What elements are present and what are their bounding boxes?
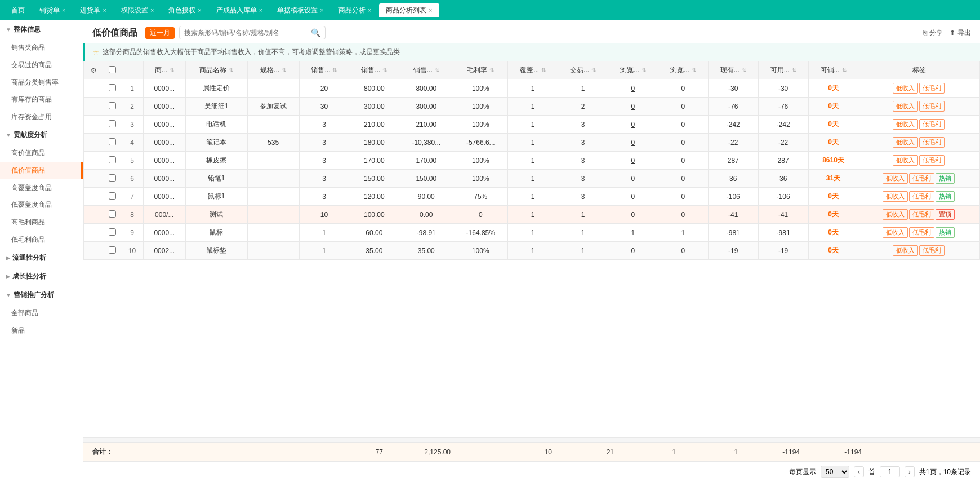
- scrollbar[interactable]: [83, 437, 980, 442]
- nav-close-permission[interactable]: ×: [150, 7, 154, 14]
- col-coverage[interactable]: 覆盖...⇅: [508, 61, 558, 79]
- cell-browse1[interactable]: 0: [608, 152, 658, 170]
- nav-close-sales[interactable]: ×: [62, 7, 65, 14]
- browse1-link[interactable]: 0: [631, 193, 635, 201]
- page-first-btn[interactable]: ‹: [854, 466, 864, 477]
- row-checkbox-4[interactable]: [109, 156, 116, 163]
- col-sales-qty[interactable]: 销售...⇅: [299, 61, 349, 79]
- col-settings[interactable]: ⚙: [84, 61, 104, 79]
- browse1-link[interactable]: 0: [631, 175, 635, 183]
- share-btn[interactable]: ⎘ 分享: [923, 28, 943, 38]
- sidebar-item-low-margin[interactable]: 低毛利商品: [0, 231, 83, 249]
- sidebar-group-overall[interactable]: ▼ 整体信息: [0, 20, 83, 39]
- browse1-link[interactable]: 0: [631, 211, 635, 219]
- browse1-link[interactable]: 0: [631, 103, 635, 110]
- nav-purchase[interactable]: 进货单 ×: [73, 3, 113, 17]
- nav-sales[interactable]: 销货单 ×: [33, 3, 72, 17]
- cell-checkbox[interactable]: [104, 170, 121, 188]
- search-icon[interactable]: 🔍: [311, 28, 320, 37]
- select-all-checkbox[interactable]: [109, 66, 116, 73]
- col-browse2[interactable]: 浏览...⇅: [658, 61, 708, 79]
- sidebar-item-low-coverage[interactable]: 低覆盖度商品: [0, 196, 83, 214]
- col-name[interactable]: 商品名称⇅: [185, 61, 247, 79]
- per-page-select[interactable]: 50 100: [821, 466, 849, 478]
- sidebar-group-growth[interactable]: ▶ 成长性分析: [0, 267, 83, 286]
- nav-product-analysis[interactable]: 商品分析 ×: [332, 3, 378, 17]
- cell-checkbox[interactable]: [104, 206, 121, 224]
- browse1-link[interactable]: 0: [631, 157, 635, 165]
- row-checkbox-1[interactable]: [109, 102, 116, 109]
- row-checkbox-2[interactable]: [109, 120, 116, 127]
- sidebar-item-sales-products[interactable]: 销售类商品: [0, 39, 83, 56]
- col-transaction[interactable]: 交易...⇅: [558, 61, 608, 79]
- sidebar-item-traded[interactable]: 交易过的商品: [0, 56, 83, 74]
- nav-permission[interactable]: 权限设置 ×: [114, 3, 161, 17]
- col-available[interactable]: 可用...⇅: [758, 61, 808, 79]
- cell-checkbox[interactable]: [104, 116, 121, 134]
- col-sales-price[interactable]: 销售...⇅: [349, 61, 399, 79]
- col-sellable[interactable]: 可销...⇅: [808, 61, 858, 79]
- cell-checkbox[interactable]: [104, 134, 121, 152]
- row-checkbox-0[interactable]: [109, 84, 116, 91]
- nav-home[interactable]: 首页: [5, 3, 32, 17]
- sidebar-item-stock-capital[interactable]: 库存资金占用: [0, 108, 83, 126]
- search-input[interactable]: [184, 29, 311, 37]
- sidebar-item-high-margin[interactable]: 高毛利商品: [0, 214, 83, 231]
- cell-checkbox[interactable]: [104, 98, 121, 116]
- cell-browse1[interactable]: 0: [608, 98, 658, 116]
- browse1-link[interactable]: 0: [631, 121, 635, 129]
- page-next-btn[interactable]: ›: [905, 466, 915, 477]
- col-checkbox[interactable]: [104, 61, 121, 79]
- col-browse1[interactable]: 浏览...⇅: [608, 61, 658, 79]
- cell-checkbox[interactable]: [104, 224, 121, 242]
- sidebar-item-stock-products[interactable]: 有库存的商品: [0, 91, 83, 108]
- nav-product-analysis-list[interactable]: 商品分析列表 ×: [379, 3, 439, 17]
- cell-browse1[interactable]: 0: [608, 79, 658, 98]
- cell-browse1[interactable]: 0: [608, 242, 658, 260]
- row-checkbox-9[interactable]: [109, 246, 116, 254]
- nav-close-template[interactable]: ×: [320, 7, 323, 14]
- col-sales-cost[interactable]: 销售...⇅: [399, 61, 453, 79]
- cell-checkbox[interactable]: [104, 188, 121, 206]
- sidebar-group-circulation[interactable]: ▶ 流通性分析: [0, 249, 83, 267]
- row-checkbox-8[interactable]: [109, 228, 116, 236]
- sidebar-item-high-value[interactable]: 高价值商品: [0, 144, 83, 162]
- cell-browse1[interactable]: 0: [608, 188, 658, 206]
- sidebar-group-marketing[interactable]: ▼ 营销推广分析: [0, 286, 83, 304]
- cell-checkbox[interactable]: [104, 79, 121, 98]
- time-filter-btn[interactable]: 近一月: [145, 27, 175, 39]
- col-current-stock[interactable]: 现有...⇅: [708, 61, 758, 79]
- cell-browse1[interactable]: 0: [608, 206, 658, 224]
- cell-checkbox[interactable]: [104, 152, 121, 170]
- sidebar-item-all-products[interactable]: 全部商品: [0, 304, 83, 322]
- sidebar-item-high-coverage[interactable]: 高覆盖度商品: [0, 179, 83, 197]
- nav-close-role[interactable]: ×: [198, 7, 201, 14]
- cell-browse1[interactable]: 1: [608, 224, 658, 242]
- sidebar-item-new-products[interactable]: 新品: [0, 322, 83, 339]
- cell-browse1[interactable]: 0: [608, 134, 658, 152]
- sidebar-item-category-sales[interactable]: 商品分类销售率: [0, 74, 83, 91]
- sidebar-item-low-value[interactable]: 低价值商品: [0, 162, 83, 179]
- row-checkbox-7[interactable]: [109, 210, 116, 218]
- cell-checkbox[interactable]: [104, 242, 121, 260]
- browse1-link[interactable]: 0: [631, 247, 635, 255]
- export-btn[interactable]: ⬆ 导出: [950, 28, 971, 38]
- cell-browse1[interactable]: 0: [608, 116, 658, 134]
- nav-warehouse[interactable]: 产成品入库单 ×: [210, 3, 269, 17]
- nav-close-warehouse[interactable]: ×: [259, 7, 262, 14]
- col-gross-margin[interactable]: 毛利率⇅: [453, 61, 508, 79]
- nav-close-product-analysis[interactable]: ×: [368, 7, 371, 14]
- nav-role[interactable]: 角色授权 ×: [162, 3, 208, 17]
- nav-close-purchase[interactable]: ×: [103, 7, 106, 14]
- row-checkbox-3[interactable]: [109, 138, 116, 145]
- row-checkbox-6[interactable]: [109, 192, 116, 200]
- col-spec[interactable]: 规格...⇅: [247, 61, 299, 79]
- settings-icon[interactable]: ⚙: [91, 67, 97, 74]
- browse1-link[interactable]: 1: [631, 229, 635, 237]
- row-checkbox-5[interactable]: [109, 174, 116, 182]
- nav-close-product-analysis-list[interactable]: ×: [429, 7, 432, 14]
- sidebar-group-contribution[interactable]: ▼ 贡献度分析: [0, 126, 83, 144]
- table-container[interactable]: ⚙ 商...⇅ 商品名称⇅ 规格...⇅: [83, 61, 980, 437]
- browse1-link[interactable]: 0: [631, 139, 635, 147]
- browse1-link[interactable]: 0: [631, 85, 635, 92]
